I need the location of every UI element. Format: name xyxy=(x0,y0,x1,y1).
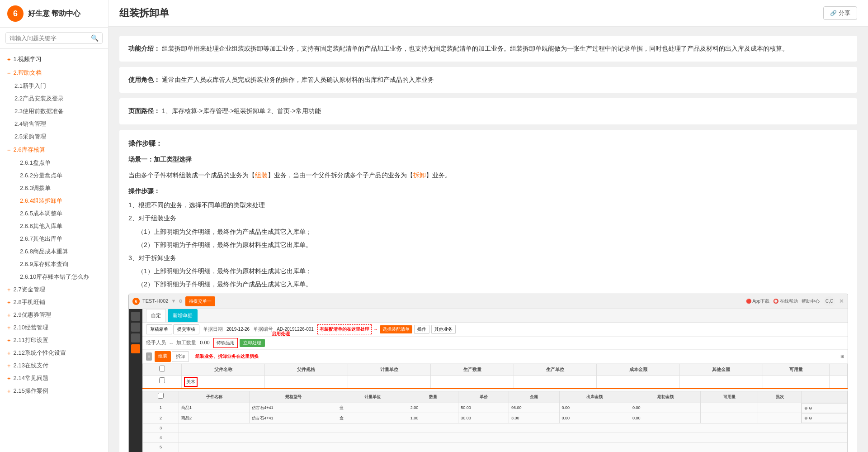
mock-btn-extra2[interactable]: 其他业务 xyxy=(431,325,456,334)
sidebar-item-install[interactable]: 2.2产品安装及登录 xyxy=(0,92,108,105)
sidebar-item-purchase[interactable]: 2.5采购管理 xyxy=(0,130,108,143)
scene1-title: 场景一：加工类型选择 xyxy=(128,156,192,163)
sidebar-item-recalc[interactable]: 2.6.8商品成本重算 xyxy=(0,245,108,258)
sidebar-item-inventory[interactable]: − 2.6库存核算 xyxy=(0,143,108,157)
mock-th-check xyxy=(143,364,182,376)
mock-sub-th-name: 子件名称 xyxy=(179,391,249,403)
expand-icon: + xyxy=(7,56,11,63)
mock-dropdown-icon: ▼ xyxy=(171,297,176,306)
sidebar: 6 好生意 帮助中心 🔍 + 1.视频学习 − 2.帮助文档 2.1新手入门 2… xyxy=(0,0,108,452)
mock-th-prod-qty: 生产数量 xyxy=(431,364,514,376)
sidebar-item-coupon[interactable]: + 2.9优惠券管理 xyxy=(0,309,108,321)
mock-confirm-btn[interactable]: 立即处理 xyxy=(240,339,265,347)
mock-cell-spec xyxy=(265,376,348,388)
mock-th-parent-name: 父件名称 xyxy=(182,364,265,376)
mock-avatar: C,C xyxy=(823,296,835,306)
mock-tab-disassemble[interactable]: 拆卸 xyxy=(172,351,189,362)
mock-enable-box: 铸铁品用 xyxy=(213,338,238,348)
sidebar-item-other-out[interactable]: 2.6.7其他出库单 xyxy=(0,233,108,245)
collapse-icon: − xyxy=(7,70,11,76)
sidebar-item-other-in[interactable]: 2.6.6其他入库单 xyxy=(0,220,108,233)
sidebar-item-cost-adj[interactable]: 2.6.5成本调整单 xyxy=(0,207,108,220)
expand-icon: + xyxy=(7,388,11,395)
sidebar-sub-label: 2.6.10库存账本错了怎么办 xyxy=(20,273,89,281)
ops-title: 操作步骤： xyxy=(128,137,848,149)
sidebar-sub-label: 2.8手机旺铺 xyxy=(14,298,45,306)
sidebar-item-finance[interactable]: + 2.7资金管理 xyxy=(0,283,108,296)
sidebar-item-sales[interactable]: 2.4销售管理 xyxy=(0,118,108,130)
mock-sub-th-price: 单价 xyxy=(458,391,509,403)
mock-form-btn-save[interactable]: 草稿箱单 xyxy=(146,324,172,334)
sidebar-item-count[interactable]: 2.6.1盘点单 xyxy=(0,157,108,169)
screenshot-mock: 6 TEST-H002 ▼ ⚙ 待提交单一 🔴 App下载 ⭕ 在线帮助 帮助中… xyxy=(128,294,848,452)
mock-tab-assemble[interactable]: 组装 xyxy=(155,351,171,362)
intro-text: 组装拆卸单用来处理企业组装或拆卸等加工业务，支持有固定装配清单的产品加工业务，也… xyxy=(162,45,788,52)
mock-row-del-icon[interactable]: ⊖ xyxy=(809,404,812,412)
sidebar-item-payment[interactable]: + 2.13在线支付 xyxy=(0,359,108,372)
mock-sub-avail-1 xyxy=(701,403,758,413)
mock-sub-check-all[interactable] xyxy=(158,393,164,399)
sidebar-item-label: 2.6库存核算 xyxy=(14,146,45,154)
sidebar-sub-label: 2.6.5成本调整单 xyxy=(20,209,62,218)
mock-sub-unit-1: 盒 xyxy=(337,403,408,413)
mock-cell-parent-name: 关木 xyxy=(182,376,265,388)
mock-th-unit: 计量单位 xyxy=(348,364,431,376)
mock-row-del-icon-2[interactable]: ⊖ xyxy=(809,414,812,422)
sidebar-item-settings[interactable]: + 2.12系统个性化设置 xyxy=(0,347,108,359)
main-content: 组装拆卸单 🔗 分享 功能介绍： 组装拆卸单用来处理企业组装或拆卸等加工业务，支… xyxy=(108,0,868,452)
sidebar-item-docs[interactable]: − 2.帮助文档 xyxy=(0,66,108,80)
mock-sub-name-1: 商品1 xyxy=(179,403,249,413)
step-3: 3、对于拆卸业务 xyxy=(128,252,848,264)
sidebar-item-prepare[interactable]: 2.3使用前数据准备 xyxy=(0,105,108,118)
expand-icon: + xyxy=(7,312,11,319)
annotation-enable: 启用处理 xyxy=(272,330,290,338)
sidebar-sub-label: 2.12系统个性化设置 xyxy=(14,349,66,357)
mock-check-all[interactable] xyxy=(159,366,165,371)
mock-bom-btn[interactable]: 选择装配清单 xyxy=(380,325,412,333)
mock-btn-extra1[interactable]: 操作 xyxy=(414,325,429,334)
sidebar-item-split[interactable]: 2.6.2分量盘点单 xyxy=(0,169,108,182)
mock-type-tabs: 组装 拆卸 xyxy=(155,351,189,362)
mock-sub-op-2: ⊕ ⊖ xyxy=(802,413,847,423)
sidebar-item-assembly[interactable]: 2.6.4组装拆卸单 xyxy=(0,195,108,207)
sidebar-sub-label: 2.6.7其他出库单 xyxy=(20,235,62,243)
share-button[interactable]: 🔗 分享 xyxy=(823,6,857,20)
expand-icon: + xyxy=(7,286,11,293)
mock-app-label: 🔴 App下载 xyxy=(746,297,769,305)
sidebar-item-newbie[interactable]: 2.1新手入门 xyxy=(0,80,108,92)
search-input[interactable] xyxy=(9,35,91,42)
search-box: 🔍 xyxy=(0,28,108,49)
sidebar-sub-label: 2.6.1盘点单 xyxy=(20,159,51,167)
step-3-2: （2）下部明细为子件明细，最终作为产成品生成其它入库单。 xyxy=(128,279,848,290)
logo-text: 好生意 帮助中心 xyxy=(28,9,80,19)
sidebar-item-faq[interactable]: + 2.14常见问题 xyxy=(0,372,108,385)
mock-form-btn-cancel[interactable]: 提交审核 xyxy=(173,324,199,334)
mock-row-check[interactable] xyxy=(159,377,165,383)
sidebar-item-ledger[interactable]: 2.6.9库存账本查询 xyxy=(0,258,108,271)
expand-icon: + xyxy=(7,375,11,382)
sidebar-item-mobile[interactable]: + 2.8手机旺铺 xyxy=(0,296,108,309)
search-wrap[interactable]: 🔍 xyxy=(5,32,103,44)
mock-sub-spec-2: 仿古石4+41 xyxy=(250,413,337,423)
mock-refresh-icon: ⚙ xyxy=(179,297,183,305)
expand-icon: + xyxy=(7,337,11,344)
sidebar-item-video[interactable]: + 1.视频学习 xyxy=(0,52,108,66)
annotation-bom: 有装配清单的在这里处理 xyxy=(317,324,372,334)
sidebar-item-mix[interactable]: 2.6.3调拨单 xyxy=(0,182,108,195)
mock-sub-th-op xyxy=(802,391,848,403)
mock-sub-row-4: 4 xyxy=(143,433,848,442)
sidebar-item-cases[interactable]: + 2.15操作案例 xyxy=(0,385,108,397)
mock-row-add-icon[interactable]: ⊕ xyxy=(804,404,808,412)
sidebar-item-print[interactable]: + 2.11打印设置 xyxy=(0,334,108,347)
sidebar-item-ops[interactable]: + 2.10经营管理 xyxy=(0,321,108,334)
intro-card: 功能介绍： 组装拆卸单用来处理企业组装或拆卸等加工业务，支持有固定装配清单的产品… xyxy=(119,36,857,62)
mock-cell-prod-qty xyxy=(431,376,514,388)
mock-person-value: -- xyxy=(170,338,173,347)
sidebar-item-ledger-err[interactable]: 2.6.10库存账本错了怎么办 xyxy=(0,271,108,283)
mock-sub-out-2: 0.00 xyxy=(559,413,630,423)
mock-date-label: 单据日期 xyxy=(203,325,223,334)
sidebar-item-label: 2.帮助文档 xyxy=(14,69,42,77)
annotation-type-switch: 组装业务、拆卸业务在这里切换 xyxy=(195,352,259,361)
mock-row-add-icon-2[interactable]: ⊕ xyxy=(804,414,808,422)
logo-icon: 6 xyxy=(7,5,24,22)
